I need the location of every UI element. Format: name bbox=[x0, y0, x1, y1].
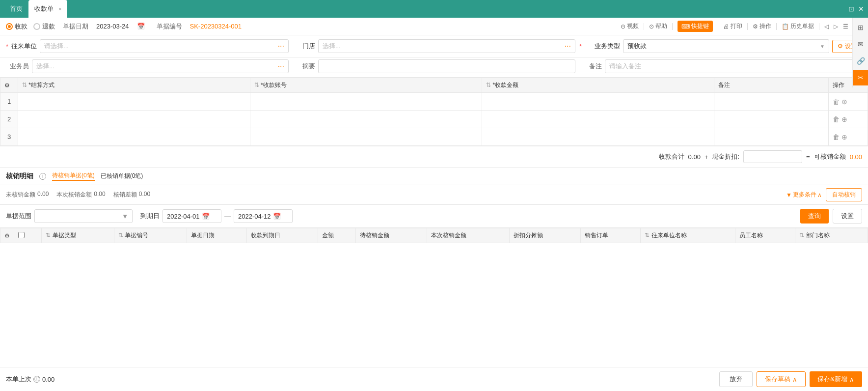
sidebar-table-icon[interactable]: ⊞ bbox=[853, 20, 868, 35]
salesperson-more-icon[interactable]: ··· bbox=[278, 62, 284, 70]
col-checkbox[interactable]: ⚙ bbox=[0, 228, 14, 243]
range-arrow-icon: ▼ bbox=[122, 213, 128, 220]
range-select[interactable]: ▼ bbox=[34, 209, 133, 223]
salesperson-row: 业务员 选择... ··· bbox=[6, 59, 289, 73]
window-expand-icon[interactable]: ⊡ bbox=[848, 5, 854, 13]
tab-shoukuan[interactable]: 收款单 × bbox=[28, 0, 67, 18]
required-mark: * bbox=[6, 43, 8, 50]
cell-account-1[interactable] bbox=[250, 93, 482, 111]
footer-left: 本单上次 ⓘ 0.00 bbox=[6, 375, 54, 384]
counterpart-row: * 往来单位 请选择... ··· bbox=[6, 39, 289, 53]
business-type-select[interactable]: 预收款 ▼ bbox=[623, 39, 829, 53]
keyboard-icon: ⌨ bbox=[681, 23, 690, 30]
toolbar-help[interactable]: ⊙ 帮助 bbox=[649, 22, 667, 30]
toolbar-ops[interactable]: ⚙ 操作 bbox=[753, 22, 771, 30]
tab-bar: 首页 收款单 × ⊡ ✕ bbox=[0, 0, 868, 18]
copy-row-1-icon[interactable]: ⊕ bbox=[841, 98, 847, 106]
toolbar-history[interactable]: 📋 历史单据 bbox=[782, 22, 814, 30]
sidebar-attachment-icon[interactable]: 🔗 bbox=[853, 53, 868, 69]
footer-info-icon[interactable]: ⓘ bbox=[33, 376, 40, 383]
col-gear[interactable]: ⚙ bbox=[0, 78, 18, 93]
date-from-input[interactable]: 2022-04-01 📅 bbox=[163, 209, 221, 223]
cell-settlement-1[interactable] bbox=[18, 93, 250, 111]
delete-row-2-icon[interactable]: 🗑 bbox=[833, 115, 840, 123]
radio-shoukuan-label: 收款 bbox=[15, 22, 27, 31]
cell-account-3[interactable] bbox=[250, 128, 482, 146]
store-input[interactable]: 选择... ··· bbox=[318, 39, 575, 53]
nav-right-icon[interactable]: ▷ bbox=[834, 23, 838, 30]
sidebar-screenshot-icon[interactable]: ✂ bbox=[853, 70, 868, 85]
cell-remark-1[interactable] bbox=[714, 93, 828, 111]
cell-action-2: 🗑 ⊕ bbox=[829, 111, 868, 128]
save-new-label: 保存&新增 bbox=[817, 375, 847, 384]
sidebar-mail-icon[interactable]: ✉ bbox=[853, 36, 868, 52]
list-view-icon[interactable]: ☰ bbox=[843, 23, 848, 30]
save-draft-btn[interactable]: 保存草稿 ∧ bbox=[757, 371, 806, 387]
copy-row-2-icon[interactable]: ⊕ bbox=[841, 115, 847, 123]
cell-remark-2[interactable] bbox=[714, 111, 828, 128]
main-content: 收款 退款 单据日期 2023-03-24 📅 单据编号 SK-20230324… bbox=[0, 18, 868, 391]
toolbar-video[interactable]: ⊙ 视频 bbox=[621, 22, 639, 30]
diff-label: 核销差额 bbox=[113, 191, 137, 199]
col-due-date: 收款到期日 bbox=[246, 228, 318, 243]
salesperson-input[interactable]: 选择... ··· bbox=[32, 59, 289, 73]
save-new-btn[interactable]: 保存&新增 ∧ bbox=[810, 371, 862, 387]
tab-home-label: 首页 bbox=[10, 4, 23, 13]
done-tab[interactable]: 已核销单据(0笔) bbox=[101, 172, 143, 180]
cell-settlement-3[interactable] bbox=[18, 128, 250, 146]
cell-settlement-2[interactable] bbox=[18, 111, 250, 128]
toolbar-print[interactable]: 🖨 打印 bbox=[723, 22, 742, 30]
summary-input[interactable] bbox=[318, 59, 575, 73]
col-remark: 备注 bbox=[714, 78, 828, 93]
business-type-label: 业务类型 bbox=[595, 42, 620, 51]
counterpart-more-icon[interactable]: ··· bbox=[278, 42, 284, 50]
col-action-label: 操作 bbox=[833, 82, 844, 88]
table-row: 1 🗑 ⊕ bbox=[0, 93, 868, 111]
receipt-table: ⚙ ⇅ *结算方式 ⇅ *收款账号 ⇅ *收款金额 bbox=[0, 78, 868, 146]
cell-amount-1[interactable] bbox=[482, 93, 714, 111]
counterpart-input[interactable]: 请选择... ··· bbox=[40, 39, 289, 53]
nav-left-icon[interactable]: ◁ bbox=[824, 23, 829, 30]
col-account: ⇅ *收款账号 bbox=[250, 78, 482, 93]
range-label: 单据范围 bbox=[6, 212, 31, 221]
window-close-icon[interactable]: ✕ bbox=[858, 5, 864, 13]
verify-info-icon[interactable]: i bbox=[39, 173, 46, 180]
cell-account-2[interactable] bbox=[250, 111, 482, 128]
cell-amount-3[interactable] bbox=[482, 128, 714, 146]
radio-tuikuan[interactable]: 退款 bbox=[33, 22, 55, 31]
sort-icon: ⇅ bbox=[22, 82, 27, 88]
select-all-checkbox[interactable] bbox=[18, 232, 25, 238]
col-doc-date: 单据日期 bbox=[187, 228, 246, 243]
more-conditions-btn[interactable]: ▼ 更多条件 ∧ bbox=[786, 191, 822, 199]
cash-discount-input[interactable] bbox=[743, 150, 802, 163]
pending-tab[interactable]: 待核销单据(0笔) bbox=[52, 171, 95, 181]
settings-col2-icon[interactable]: ⚙ bbox=[4, 232, 10, 239]
radio-shoukuan[interactable]: 收款 bbox=[6, 22, 27, 31]
tab-close-icon[interactable]: × bbox=[58, 6, 61, 12]
query-btn[interactable]: 查询 bbox=[800, 209, 829, 223]
toolbar-shortcut[interactable]: ⌨ 快捷键 bbox=[678, 21, 713, 32]
verify-section: 核销明细 i 待核销单据(0笔) 已核销单据(0笔) 未核销金额 0.00 本次… bbox=[0, 168, 868, 367]
store-more-icon[interactable]: ··· bbox=[565, 42, 571, 50]
radio-tuikuan-label: 退款 bbox=[42, 22, 55, 31]
toolbar-help-label: 帮助 bbox=[655, 22, 667, 30]
date-to-input[interactable]: 2022-04-12 📅 bbox=[234, 209, 293, 223]
cell-action-3: 🗑 ⊕ bbox=[829, 128, 868, 146]
copy-row-3-icon[interactable]: ⊕ bbox=[841, 133, 847, 141]
unchecked-amount-stat: 未核销金额 0.00 bbox=[6, 191, 49, 199]
cell-remark-3[interactable] bbox=[714, 128, 828, 146]
abandon-btn[interactable]: 放弃 bbox=[719, 371, 753, 387]
calendar-icon[interactable]: 📅 bbox=[137, 23, 145, 30]
tab-home[interactable]: 首页 bbox=[4, 0, 28, 18]
auto-verify-btn[interactable]: 自动核销 bbox=[826, 188, 862, 201]
sort-counterpart: ⇅ bbox=[645, 232, 650, 239]
print-icon: 🖨 bbox=[723, 23, 729, 30]
col-current-verify: 本次核销金额 bbox=[427, 228, 510, 243]
col-checkbox2[interactable] bbox=[14, 228, 42, 243]
ops-icon: ⚙ bbox=[753, 23, 758, 30]
delete-row-3-icon[interactable]: 🗑 bbox=[833, 133, 840, 141]
filter-settings-btn[interactable]: 设置 bbox=[833, 209, 862, 223]
cell-amount-2[interactable] bbox=[482, 111, 714, 128]
remark-input[interactable]: 请输入备注 bbox=[605, 59, 862, 73]
delete-row-1-icon[interactable]: 🗑 bbox=[833, 98, 840, 106]
